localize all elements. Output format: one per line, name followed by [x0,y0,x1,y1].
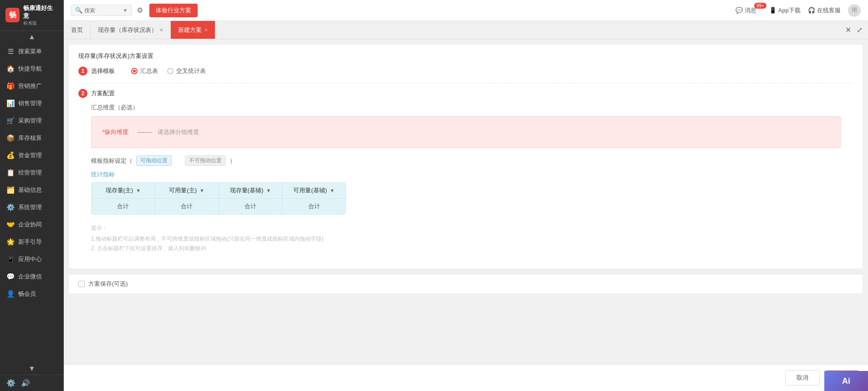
sidebar-item-label: 基础信息 [18,186,42,194]
tab-new-scheme[interactable]: 新建方案 × [171,21,215,39]
step1-section: 1 选择模板 汇总表 交叉统计表 [78,67,853,76]
sidebar-item-quick-nav[interactable]: 🏠 快捷导航 [0,60,64,77]
config-panel: 现存量(库存状况表)方案设置 1 选择模板 汇总表 交叉统计表 [69,45,863,268]
settings-icon[interactable]: ⚙️ [6,379,15,387]
tab-new-scheme-label: 新建方案 [178,26,202,34]
stats-col-4: 可用量(基辅) ▼ 合计 [282,183,346,214]
cart-icon: 🛒 [6,117,15,125]
stats-col-2-header[interactable]: 可用量(主) ▼ [155,183,219,199]
stats-col-3-header[interactable]: 现存量(基辅) ▼ [219,183,282,199]
search-input[interactable] [84,7,121,14]
expand-button[interactable]: ⤢ [855,24,864,36]
sidebar-item-label: 企业微信 [18,273,42,281]
stats-table-header: 现存量(主) ▼ 合计 可用量(主) ▼ 合计 [92,183,346,214]
step2-title: 方案配置 [91,89,115,98]
stats-col-2-value: 合计 [155,199,219,214]
home-icon: 🏠 [6,65,15,73]
sidebar-item-sales[interactable]: 📊 销售管理 [0,95,64,112]
handshake-icon: 🤝 [6,221,15,229]
chevron-down-icon: ▼ [199,188,204,193]
sidebar-bottom: ⚙️ 🔊 [0,375,64,391]
radio-cross-dot [167,68,174,74]
divider-1 [78,83,853,83]
cancel-button[interactable]: 取消 [785,370,820,386]
topbar-gear-icon[interactable]: ⚙ [137,6,143,15]
speaker-icon[interactable]: 🔊 [21,379,30,387]
sidebar-item-search[interactable]: ☰ 搜索菜单 [0,43,64,60]
star-icon: 🌟 [6,238,15,246]
stats-col-4-header[interactable]: 可用量(基辅) ▼ [282,183,346,199]
sidebar-item-label: 系统管理 [18,203,42,211]
sidebar-item-app-center[interactable]: 📱 应用中心 [0,251,64,268]
tips-section: 提示： 1.拖动标题栏可以调整布局，不可跨维度或指标区域拖动(只能在同一维度或指… [91,223,841,254]
main-area: 🔍 ▼ ⚙ 体验行业方案 💬 消息 99+ 📱 App下载 🎧 在线客服 用 [64,0,868,391]
stats-col-1-value: 合计 [92,199,155,214]
sidebar-scroll-up[interactable]: ▲ [0,31,64,43]
panel-title: 现存量(库存状况表)方案设置 [78,52,853,60]
sidebar-item-marketing[interactable]: 🎁 营销推广 [0,77,64,95]
logo-text: 畅康通好生意 标准版 [23,5,58,26]
sidebar-item-purchase[interactable]: 🛒 采购管理 [0,112,64,129]
sidebar-item-enterprise[interactable]: 🤝 企业协同 [0,216,64,233]
folder-icon: 🗂️ [6,186,15,194]
close-panel-button[interactable]: ✕ [843,24,853,36]
tag-draggable: 可拖动位置 [136,155,172,166]
sidebar-item-ops[interactable]: 📋 经营管理 [0,164,64,181]
sidebar-item-label: 新手引导 [18,238,42,246]
sidebar-item-inventory[interactable]: 📦 库存核算 [0,129,64,147]
message-btn[interactable]: 💬 消息 99+ [735,6,762,15]
sidebar-item-new-user[interactable]: 🌟 新手引导 [0,233,64,251]
tag-not-draggable: 不可拖动位置 [185,155,226,166]
avatar[interactable]: 用 [848,4,861,17]
sidebar-item-member[interactable]: 👤 畅会员 [0,285,64,303]
tip-1: 1.拖动标题栏可以调整布局，不可跨维度或指标区域拖动(只能在同一维度或指标区域内… [91,234,841,244]
clipboard-icon: 📋 [6,169,15,177]
download-icon: 📱 [769,7,776,14]
sidebar-item-system[interactable]: ⚙️ 系统管理 [0,199,64,216]
tab-home[interactable]: 首页 [64,21,91,39]
save-label: 方案保存(可选) [88,280,128,288]
stats-table: 现存量(主) ▼ 合计 可用量(主) ▼ 合计 [91,182,346,215]
dimension-area[interactable]: *纵向维度 —— 请选择分组维度 [91,116,841,148]
gift-icon: 🎁 [6,82,15,90]
step1-number: 1 [78,67,87,76]
sidebar-scroll-down[interactable]: ▼ [0,363,64,375]
search-icon: 🔍 [75,7,82,14]
sidebar-item-finance[interactable]: 💰 资金管理 [0,147,64,164]
tab-inventory[interactable]: 现存量（库存状况表） × [91,21,171,39]
stats-col-3-label: 现存量(基辅) [230,186,264,195]
sidebar-item-base[interactable]: 🗂️ 基础信息 [0,181,64,199]
stats-col-4-value: 合计 [282,199,346,214]
app-download-btn[interactable]: 📱 App下载 [769,6,801,15]
stats-col-3: 现存量(基辅) ▼ 合计 [219,183,283,214]
headset-icon: 🎧 [808,7,815,14]
radio-summary-label: 汇总表 [140,67,158,75]
stats-col-4-label: 可用量(基辅) [293,186,327,195]
stats-col-2-label: 可用量(主) [169,186,197,195]
tab-home-label: 首页 [71,26,83,34]
logo-area: 畅 畅康通好生意 标准版 [0,0,64,31]
user-icon: 👤 [6,290,15,298]
tab-inventory-close[interactable]: × [160,27,163,33]
radio-cross-label: 交叉统计表 [176,67,206,75]
online-support-btn[interactable]: 🎧 在线客服 [808,6,841,15]
radio-cross[interactable]: 交叉统计表 [167,67,206,75]
stats-col-1-header[interactable]: 现存量(主) ▼ [92,183,155,199]
sidebar-item-label: 销售管理 [18,99,42,108]
topbar: 🔍 ▼ ⚙ 体验行业方案 💬 消息 99+ 📱 App下载 🎧 在线客服 用 [64,0,868,21]
sidebar-item-label: 经营管理 [18,169,42,177]
message-icon: 💬 [735,7,743,14]
money-icon: 💰 [6,151,15,159]
tab-new-scheme-close[interactable]: × [204,27,208,33]
app-version: 标准版 [23,20,58,26]
sidebar-item-wechat[interactable]: 💬 企业微信 [0,268,64,285]
radio-summary-dot [131,68,138,74]
dimension-placeholder: 请选择分组维度 [158,128,199,136]
radio-summary[interactable]: 汇总表 [131,67,158,75]
tip-2: 2. 点击标题栏下拉可设置排序、插入列和删除列 [91,244,841,254]
ai-float-button[interactable]: Ai [824,371,868,391]
save-checkbox[interactable] [78,281,85,287]
search-box[interactable]: 🔍 ▼ [71,5,132,16]
trial-button[interactable]: 体验行业方案 [149,4,198,17]
content-area: 现存量(库存状况表)方案设置 1 选择模板 汇总表 交叉统计表 [64,39,868,364]
